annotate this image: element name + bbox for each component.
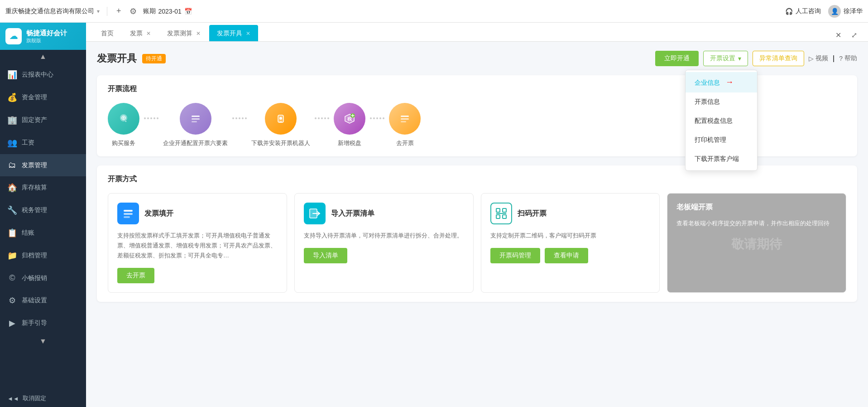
flow-step-buy-label: 购买服务 xyxy=(112,139,135,147)
calendar-icon[interactable]: 📅 xyxy=(184,8,192,15)
flow-step-config-icon xyxy=(180,103,211,135)
flow-connector-2 xyxy=(228,117,251,119)
svg-rect-22 xyxy=(496,215,500,218)
yunbiao-icon: 📊 xyxy=(7,70,17,80)
flow-step-download-icon xyxy=(265,103,297,135)
flow-step-addtax: 税 新增税盘 xyxy=(334,103,365,147)
tab-fapiaocesuan-close[interactable]: ✕ xyxy=(196,30,201,37)
svg-rect-17 xyxy=(124,216,130,218)
sidebar-item-label: 发票管理 xyxy=(22,161,47,170)
company-selector[interactable]: 重庆畅捷交通信息咨询有限公司 ▾ xyxy=(5,7,100,15)
tab-maximize-button[interactable]: ⤢ xyxy=(848,29,861,41)
sidebar-scroll-up[interactable]: ▲ xyxy=(0,50,86,63)
method-card-fill: 发票填开 支持按照发票样式手工填开发票；可开具增值税电子普通发票、增值税普通发票… xyxy=(108,193,287,293)
company-name: 重庆畅捷交通信息咨询有限公司 xyxy=(5,7,94,15)
user-info[interactable]: 👤 徐泽华 xyxy=(828,5,863,18)
pipe-divider: | xyxy=(833,54,834,63)
sidebar-item-guidang[interactable]: 📁 归档管理 xyxy=(0,244,86,267)
flow-step-download: 下载并安装开票机器人 xyxy=(251,103,310,147)
tab-fapiao[interactable]: 发票 ✕ xyxy=(122,25,158,41)
boss-disabled-watermark: 敬请期待 xyxy=(676,236,837,253)
settings-button[interactable]: ⚙ xyxy=(128,5,139,18)
status-badge: 待开通 xyxy=(142,54,166,63)
sidebar-item-gongzi[interactable]: 👥 工资 xyxy=(0,131,86,154)
flow-step-config-label: 企业开通配置开票六要素 xyxy=(163,139,228,147)
anomaly-btn[interactable]: 异常清单查询 xyxy=(753,51,804,66)
tax-config-label: 配置税盘信息 xyxy=(695,117,733,124)
dropdown-item-printer-mgmt[interactable]: 打印机管理 xyxy=(686,131,757,150)
consultant-label: 人工咨询 xyxy=(796,7,821,15)
add-company-button[interactable]: + xyxy=(115,5,123,18)
import-invoice-btn[interactable]: 导入清单 xyxy=(304,248,347,263)
scan-qrcode-btn[interactable]: 开票码管理 xyxy=(490,248,540,263)
fill-invoice-btn[interactable]: 去开票 xyxy=(117,268,154,283)
flow-step-buy-icon xyxy=(108,103,139,135)
dropdown-item-tax-config[interactable]: 配置税盘信息 xyxy=(686,111,757,131)
logo-sub: 旗舰版 xyxy=(26,37,67,44)
dropdown-item-company-info[interactable]: 企业信息 → xyxy=(686,72,757,92)
xiaochang-icon: © xyxy=(7,273,17,283)
method-title: 开票方式 xyxy=(108,174,846,184)
cancel-pin-label: 取消固定 xyxy=(23,394,46,402)
sidebar-item-fapiao[interactable]: 🗂 发票管理 xyxy=(0,154,86,176)
svg-rect-1 xyxy=(192,116,200,117)
tab-bar-right: ✕ ⤢ xyxy=(832,29,861,41)
sidebar-item-kucun[interactable]: 🏠 库存核算 xyxy=(0,176,86,199)
sidebar-item-label: 归档管理 xyxy=(22,252,47,260)
help-label: 帮助 xyxy=(844,54,857,63)
flow-step-buy: 购买服务 xyxy=(108,103,139,147)
sidebar-item-label: 基础设置 xyxy=(22,296,47,305)
logo-text-block: 畅捷通好会计 旗舰版 xyxy=(26,29,67,44)
question-icon: ? xyxy=(839,55,843,62)
sidebar-item-jiezhang[interactable]: 📋 结账 xyxy=(0,222,86,244)
sidebar-item-jichu[interactable]: ⚙ 基础设置 xyxy=(0,289,86,312)
sidebar-scroll-down[interactable]: ▼ xyxy=(0,334,86,348)
video-label: 视频 xyxy=(815,54,828,63)
svg-rect-20 xyxy=(496,208,500,212)
sidebar-item-xiaochang[interactable]: © 小畅报销 xyxy=(0,267,86,289)
flow-step-addtax-icon: 税 xyxy=(334,103,365,135)
svg-rect-13 xyxy=(401,118,409,120)
tab-fapiao-close[interactable]: ✕ xyxy=(146,30,151,37)
method-cards: 发票填开 支持按照发票样式手工填开发票；可开具增值税电子普通发票、增值税普通发票… xyxy=(108,193,846,293)
tab-fapiaokaiju-close[interactable]: ✕ xyxy=(246,30,250,37)
cancel-pin-icon: ◄◄ xyxy=(7,395,19,402)
period-display: 账期 2023-01 📅 xyxy=(143,7,192,15)
period-value: 2023-01 xyxy=(158,8,182,15)
tab-fapiaokaiju[interactable]: 发票开具 ✕ xyxy=(209,25,258,41)
sidebar-cancel-pin[interactable]: ◄◄ 取消固定 xyxy=(0,390,86,407)
consultant-button[interactable]: 🎧 人工咨询 xyxy=(785,7,821,15)
main-layout: ☁ 畅捷通好会计 旗舰版 ▲ 📊 云报表中心 💰 资金管理 🏢 固定资产 👥 工… xyxy=(0,23,868,407)
top-bar-right: 🎧 人工咨询 👤 徐泽华 xyxy=(785,5,863,18)
sidebar-item-yunbiao[interactable]: 📊 云报表中心 xyxy=(0,63,86,86)
method-card-scan: 扫码开票 支持定制开票二维码，客户端可扫码开票 开票码管理 查看申请 xyxy=(481,193,660,293)
tab-close-button[interactable]: ✕ xyxy=(832,29,845,41)
period-label-text: 账期 xyxy=(143,7,156,15)
flow-step-goinvoice: 去开票 xyxy=(389,103,421,147)
svg-point-5 xyxy=(279,117,282,120)
shuiwu-icon: 🔧 xyxy=(7,205,17,215)
sidebar-item-xinshou[interactable]: ▶ 新手引导 xyxy=(0,312,86,334)
open-btn[interactable]: 立即开通 xyxy=(655,51,699,66)
tab-fapiaocesuan[interactable]: 发票测算 ✕ xyxy=(159,25,208,41)
avatar: 👤 xyxy=(828,5,841,18)
flow-step-download-label: 下载并安装开票机器人 xyxy=(251,139,310,147)
sidebar-item-label: 云报表中心 xyxy=(22,71,53,79)
import-card-title: 导入开票清单 xyxy=(331,209,374,218)
dropdown-item-download-client[interactable]: 下载开票客户端 xyxy=(686,150,757,169)
sidebar-item-zijin[interactable]: 💰 资金管理 xyxy=(0,86,86,109)
scan-apply-btn[interactable]: 查看申请 xyxy=(545,248,588,263)
gongzi-icon: 👥 xyxy=(7,138,17,148)
svg-rect-12 xyxy=(401,116,409,117)
top-bar: 重庆畅捷交通信息咨询有限公司 ▾ + ⚙ 账期 2023-01 📅 🎧 人工咨询… xyxy=(0,0,868,23)
import-card-desc: 支持导入待开票清单，可对待开票清单进行拆分、合并处理。 xyxy=(304,231,464,241)
sidebar-item-shuiwu[interactable]: 🔧 税务管理 xyxy=(0,199,86,222)
dropdown-item-invoice-info[interactable]: 开票信息 xyxy=(686,92,757,111)
video-btn[interactable]: ▷ 视频 xyxy=(809,54,828,63)
tab-home[interactable]: 首页 xyxy=(93,25,121,41)
help-btn[interactable]: ? 帮助 xyxy=(839,54,857,63)
flow-connector-3 xyxy=(310,117,334,119)
sidebar-item-gudingzichan[interactable]: 🏢 固定资产 xyxy=(0,109,86,131)
page-content: 发票开具 待开通 立即开通 开票设置 ▾ 异常清单查询 ▷ 视频 | xyxy=(86,42,868,407)
settings-btn[interactable]: 开票设置 ▾ xyxy=(703,51,748,66)
